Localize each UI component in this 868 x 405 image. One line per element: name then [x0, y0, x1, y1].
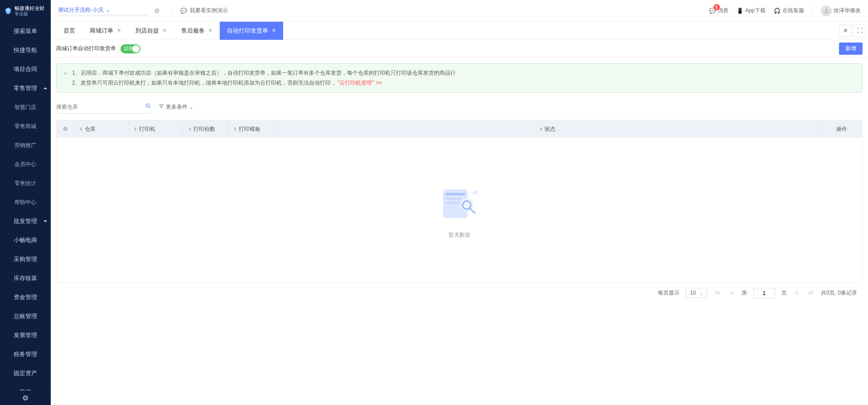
sidebar-item-6[interactable]: 营销推广	[0, 136, 51, 155]
sidebar-item-label: 智慧门店	[14, 104, 36, 111]
tab-0[interactable]: 首页	[56, 22, 82, 40]
column-settings-button[interactable]: ⚙	[57, 120, 75, 138]
table-header: ⚙ ▲▼ 仓库 ▲▼ 打印机 ▲▼ 打印份数 ▲▼ 打	[57, 120, 862, 138]
sort-icon: ▲▼	[233, 127, 237, 131]
tab-3[interactable]: 售后服务✕	[174, 22, 220, 40]
top-header: 测试分开流程-小况 ⌄ ⚙ 💬 我要看实例演示 💬 8 消息 📱 App下载	[51, 0, 868, 22]
sidebar-item-12[interactable]: 采购管理	[0, 250, 51, 269]
avatar-icon	[821, 5, 832, 16]
search-icon[interactable]	[145, 103, 151, 110]
add-button-label: 新增	[845, 45, 856, 52]
sidebar-item-9[interactable]: 帮助中心	[0, 193, 51, 212]
sidebar-item-label: 总账管理	[14, 312, 37, 320]
sidebar-item-label: 搜索菜单	[14, 27, 37, 35]
cloud-printer-link[interactable]: "云打印机管理" >>	[338, 80, 382, 86]
filter-row: 更多条件 ⌄	[56, 100, 863, 114]
demo-text: 我要看实例演示	[190, 7, 228, 14]
headset-icon: 🎧	[774, 8, 781, 14]
online-service-button[interactable]: 🎧 在线客服	[774, 7, 804, 14]
column-warehouse[interactable]: ▲▼ 仓库	[75, 120, 129, 138]
svg-point-0	[825, 9, 828, 11]
fullscreen-button[interactable]: ⛶	[854, 24, 866, 37]
tab-label: 商城订单	[90, 27, 113, 35]
logo-icon	[4, 6, 13, 15]
svg-point-1	[146, 104, 149, 107]
context-label: 测试分开流程-小况	[58, 6, 103, 14]
logo-subtitle: 专业版	[14, 11, 44, 16]
sidebar-item-11[interactable]: 小畅电商	[0, 231, 51, 250]
enable-toggle[interactable]: 启用	[121, 44, 140, 53]
sidebar-item-1[interactable]: 快捷导航	[0, 41, 51, 60]
context-selector[interactable]: 测试分开流程-小况 ⌄	[58, 6, 149, 15]
sidebar-settings-button[interactable]: ⚙	[0, 391, 51, 405]
sidebar: 畅捷通好业财 专业版 搜索菜单快捷导航项目合同零售管理智慧门店零售商城营销推广会…	[0, 0, 51, 405]
last-page-button[interactable]: >I	[806, 290, 815, 296]
sidebar-item-0[interactable]: 搜索菜单	[0, 22, 51, 41]
sidebar-item-13[interactable]: 库存核算	[0, 269, 51, 288]
column-template[interactable]: ▲▼ 打印模板	[229, 120, 274, 138]
sidebar-item-7[interactable]: 会员中心	[0, 155, 51, 174]
close-icon[interactable]: ✕	[272, 28, 276, 33]
sidebar-item-17[interactable]: 税务管理	[0, 345, 51, 364]
prev-page-button[interactable]: <	[728, 290, 735, 296]
search-input[interactable]	[56, 104, 145, 110]
column-copies[interactable]: ▲▼ 打印份数	[183, 120, 229, 138]
tab-label: 到店自提	[135, 27, 159, 35]
column-status[interactable]: ▲▼ 状态	[274, 120, 821, 138]
demo-link[interactable]: 💬 我要看实例演示	[171, 7, 228, 14]
close-icon[interactable]: ✕	[117, 28, 121, 33]
user-menu[interactable]: 徐泽华修改	[821, 5, 861, 16]
column-action-label: 操作	[836, 125, 847, 133]
sidebar-item-label: 固定资产	[14, 369, 37, 377]
bulb-icon: ✧	[63, 69, 68, 88]
tab-label: 售后服务	[181, 27, 205, 35]
svg-rect-4	[445, 193, 465, 195]
context-gear-button[interactable]: ⚙	[154, 7, 160, 14]
page-input[interactable]	[753, 288, 775, 298]
pagination: 每页显示 10 ⌄ I< < 第 页 > >I 共0页, 0条记录	[56, 283, 863, 303]
app-label: App下载	[745, 7, 766, 14]
first-page-button[interactable]: I<	[714, 290, 722, 296]
sidebar-item-label: 零售管理	[14, 84, 37, 92]
tab-label: 自动打印发货单	[227, 27, 268, 35]
sidebar-item-label: 发票管理	[14, 331, 37, 339]
app-download-button[interactable]: 📱 App下载	[737, 7, 766, 14]
sidebar-item-16[interactable]: 发票管理	[0, 326, 51, 345]
sidebar-item-label: 会员中心	[14, 161, 36, 168]
next-page-button[interactable]: >	[793, 290, 800, 296]
sidebar-item-3[interactable]: 零售管理	[0, 79, 51, 98]
toolbar-row: 商城订单自动打印发货单 启用 新增	[51, 40, 868, 58]
close-tab-button[interactable]: ✕	[839, 24, 852, 37]
sidebar-item-10[interactable]: 批发管理	[0, 212, 51, 231]
close-icon: ✕	[843, 27, 848, 34]
more-filters-button[interactable]: 更多条件 ⌄	[159, 103, 193, 111]
sidebar-item-18[interactable]: 固定资产	[0, 364, 51, 383]
sort-icon: ▲▼	[134, 127, 137, 131]
sidebar-item-8[interactable]: 零售统计	[0, 174, 51, 193]
sidebar-item-label: 采购管理	[14, 255, 37, 263]
close-icon[interactable]: ✕	[163, 28, 167, 33]
column-printer[interactable]: ▲▼ 打印机	[129, 120, 183, 138]
notice-line-2: 2、发货单只可用云打印机来打，如果只有本地打印机，须将本地打印机添加为云打印机，…	[72, 78, 456, 88]
sidebar-item-label: 营销推广	[14, 142, 36, 149]
expand-icon: ⛶	[857, 27, 863, 34]
per-page-select[interactable]: 10 ⌄	[686, 288, 707, 298]
sidebar-item-15[interactable]: 总账管理	[0, 307, 51, 326]
add-button[interactable]: 新增	[839, 43, 863, 55]
tab-label: 首页	[63, 27, 75, 35]
tab-4[interactable]: 自动打印发货单✕	[220, 22, 283, 40]
sidebar-item-4[interactable]: 智慧门店	[0, 98, 51, 117]
sidebar-item-19[interactable]: 工资	[0, 383, 51, 391]
empty-illustration	[434, 181, 484, 222]
messages-button[interactable]: 💬 8 消息	[709, 7, 728, 14]
sort-icon: ▲▼	[540, 127, 543, 131]
tab-1[interactable]: 商城订单✕	[82, 22, 128, 40]
sidebar-item-5[interactable]: 零售商城	[0, 117, 51, 136]
speech-icon: 💬	[180, 8, 187, 14]
tab-2[interactable]: 到店自提✕	[128, 22, 174, 40]
notice-line-1: 1、启用后，商城下单付款成功后（如果有审核是在审核之后），自动打印发货单，如果一…	[72, 68, 456, 78]
sidebar-item-14[interactable]: 资金管理	[0, 288, 51, 307]
close-icon[interactable]: ✕	[208, 28, 212, 33]
per-page-label: 每页显示	[658, 289, 680, 297]
sidebar-item-2[interactable]: 项目合同	[0, 60, 51, 79]
